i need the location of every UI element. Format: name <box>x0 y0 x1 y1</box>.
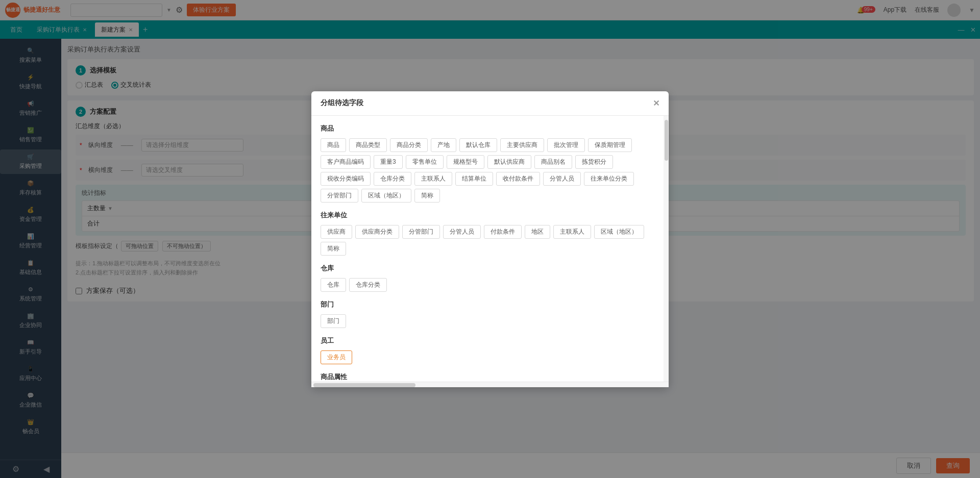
field-tag[interactable]: 分管人员 <box>443 225 481 239</box>
field-tag[interactable]: 默认仓库 <box>459 138 497 152</box>
field-tag[interactable]: 部门 <box>321 314 346 328</box>
field-tag[interactable]: 商品分类 <box>390 138 428 152</box>
field-tag[interactable]: 商品类型 <box>349 138 387 152</box>
field-group-dept-tags: 部门 <box>321 314 654 328</box>
field-tag[interactable]: 税收分类编码 <box>321 172 371 186</box>
field-group-warehouse-title: 仓库 <box>321 264 654 273</box>
field-group-staff-title: 员工 <box>321 336 654 345</box>
field-tag[interactable]: 供应商 <box>321 225 352 239</box>
field-group-product-title: 商品 <box>321 124 654 133</box>
field-tag[interactable]: 商品别名 <box>534 155 572 169</box>
field-tag[interactable]: 保质期管理 <box>588 138 632 152</box>
field-tag[interactable]: 零售单位 <box>406 155 444 169</box>
modal-scrollbar[interactable] <box>664 116 669 382</box>
modal-hscroll-thumb <box>313 383 415 387</box>
field-tag[interactable]: 重量3 <box>374 155 403 169</box>
field-group-partner-tags: 供应商 供应商分类 分管部门 分管人员 付款条件 地区 主联系人 区域（地区） … <box>321 225 654 256</box>
field-tag[interactable]: 分管部门 <box>402 225 440 239</box>
field-tag[interactable]: 供应商分类 <box>355 225 399 239</box>
field-group-warehouse-tags: 仓库 仓库分类 <box>321 278 654 292</box>
field-tag[interactable]: 产地 <box>431 138 456 152</box>
field-group-product: 商品 商品 商品类型 商品分类 产地 默认仓库 主要供应商 批次管理 保质期管理… <box>321 124 654 203</box>
field-tag[interactable]: 主联系人 <box>414 172 452 186</box>
field-tag[interactable]: 仓库 <box>321 278 346 292</box>
field-tag[interactable]: 收付款条件 <box>496 172 540 186</box>
field-group-dept: 部门 部门 <box>321 300 654 328</box>
field-tag[interactable]: 简称 <box>414 189 440 203</box>
modal-hscroll[interactable] <box>311 382 669 387</box>
modal: 分组待选字段 ✕ 商品 商品 商品类型 商品分类 产地 默认仓库 主要供应商 批… <box>311 91 669 387</box>
field-group-partner: 往来单位 供应商 供应商分类 分管部门 分管人员 付款条件 地区 主联系人 区域… <box>321 211 654 256</box>
field-tag[interactable]: 分管人员 <box>543 172 581 186</box>
field-group-attr: 商品属性 属性 颜色 多规格 尺码 鞋码 1 <box>321 372 654 382</box>
field-group-partner-title: 往来单位 <box>321 211 654 220</box>
field-group-staff: 员工 业务员 <box>321 336 654 364</box>
field-tag[interactable]: 默认供应商 <box>487 155 531 169</box>
field-tag[interactable]: 规格型号 <box>447 155 484 169</box>
field-group-dept-title: 部门 <box>321 300 654 309</box>
field-tag[interactable]: 主要供应商 <box>500 138 544 152</box>
field-group-product-tags: 商品 商品类型 商品分类 产地 默认仓库 主要供应商 批次管理 保质期管理 客户… <box>321 138 654 203</box>
field-tag[interactable]: 业务员 <box>321 350 352 364</box>
field-tag[interactable]: 地区 <box>525 225 550 239</box>
field-tag[interactable]: 简称 <box>321 242 346 256</box>
field-tag[interactable]: 区域（地区） <box>594 225 644 239</box>
scrollbar-thumb <box>665 120 668 161</box>
field-tag[interactable]: 往来单位分类 <box>584 172 634 186</box>
field-tag[interactable]: 批次管理 <box>547 138 585 152</box>
field-tag[interactable]: 客户商品编码 <box>321 155 371 169</box>
field-tag[interactable]: 主联系人 <box>553 225 591 239</box>
field-tag[interactable]: 结算单位 <box>455 172 493 186</box>
field-tag[interactable]: 付款条件 <box>484 225 522 239</box>
modal-overlay[interactable]: 分组待选字段 ✕ 商品 商品 商品类型 商品分类 产地 默认仓库 主要供应商 批… <box>0 0 980 478</box>
modal-body: 商品 商品 商品类型 商品分类 产地 默认仓库 主要供应商 批次管理 保质期管理… <box>311 116 664 382</box>
field-tag[interactable]: 拣货积分 <box>575 155 613 169</box>
field-tag[interactable]: 商品 <box>321 138 346 152</box>
field-group-warehouse: 仓库 仓库 仓库分类 <box>321 264 654 292</box>
field-tag[interactable]: 分管部门 <box>321 189 358 203</box>
field-tag[interactable]: 仓库分类 <box>374 172 411 186</box>
field-group-attr-title: 商品属性 <box>321 372 654 382</box>
modal-close-button[interactable]: ✕ <box>653 98 659 108</box>
field-tag[interactable]: 仓库分类 <box>349 278 387 292</box>
field-group-staff-tags: 业务员 <box>321 350 654 364</box>
field-tag[interactable]: 区域（地区） <box>361 189 411 203</box>
modal-header: 分组待选字段 ✕ <box>311 91 669 116</box>
modal-title: 分组待选字段 <box>321 98 363 108</box>
